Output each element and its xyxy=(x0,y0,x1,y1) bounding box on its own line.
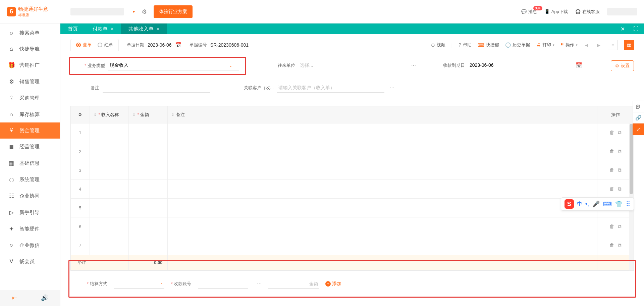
close-all-icon[interactable]: ✕ xyxy=(617,23,628,34)
trial-button[interactable]: 体验行业方案 xyxy=(154,5,193,18)
messages-link[interactable]: 💬 消息 99+ xyxy=(521,9,537,15)
cell-amount[interactable] xyxy=(128,123,167,142)
settle-method-input[interactable] xyxy=(114,279,164,289)
link-cust-input[interactable] xyxy=(277,83,384,93)
cell-amount[interactable] xyxy=(128,180,167,198)
rail-link-icon[interactable]: 🔗 xyxy=(633,112,644,123)
sidebar-item-hardware[interactable]: ✦智能硬件 xyxy=(0,221,60,237)
chevron-down-icon[interactable]: ⌄ xyxy=(229,63,232,68)
more-icon[interactable]: ⋯ xyxy=(411,63,416,68)
help-button[interactable]: ?帮助 xyxy=(459,42,472,48)
cell-amount[interactable] xyxy=(128,236,167,255)
customer-service-link[interactable]: 🎧 在线客服 xyxy=(575,9,600,15)
ime-mic-icon[interactable]: 🎤 xyxy=(592,200,600,208)
sidebar-item-inventory[interactable]: ⌂库存核算 xyxy=(0,106,60,122)
fullscreen-icon[interactable]: ⛶ xyxy=(631,23,641,34)
cell-income-name[interactable] xyxy=(90,161,128,180)
cell-income-name[interactable] xyxy=(90,236,128,255)
cell-note[interactable] xyxy=(167,123,597,142)
prev-doc-icon[interactable]: ◀ xyxy=(584,43,590,48)
radio-red[interactable]: 红单 xyxy=(98,42,113,48)
view-list-icon[interactable]: ≡ xyxy=(608,40,618,50)
sidebar-item-system[interactable]: ◌系统管理 xyxy=(0,171,60,188)
cell-amount[interactable] xyxy=(128,217,167,236)
cell-note[interactable] xyxy=(167,161,597,180)
cell-note[interactable] xyxy=(167,142,597,161)
next-doc-icon[interactable]: ▶ xyxy=(596,43,602,48)
table-row[interactable]: 1🗑⧉ xyxy=(71,123,634,142)
sidebar-item-coop[interactable]: ☷企业协同 xyxy=(0,188,60,204)
cell-note[interactable] xyxy=(167,198,597,217)
remark-input[interactable] xyxy=(103,83,210,93)
settings-button[interactable]: ⚙设置 xyxy=(611,60,634,71)
sidebar-item-funds[interactable]: ¥资金管理 xyxy=(0,122,60,139)
copy-row-icon[interactable]: ⧉ xyxy=(618,130,622,136)
more-icon[interactable]: ⋯ xyxy=(257,281,262,287)
cell-note[interactable] xyxy=(167,217,597,236)
sidebar-item-sales[interactable]: ⚙销售管理 xyxy=(0,73,60,90)
video-button[interactable]: ⊙视频 xyxy=(431,42,445,48)
radio-blue[interactable]: 蓝单 xyxy=(76,42,92,48)
cell-amount[interactable] xyxy=(128,142,167,161)
copy-row-icon[interactable]: ⧉ xyxy=(618,186,622,192)
tab-other-income[interactable]: 其他收入单✕ xyxy=(121,23,167,34)
gear-icon[interactable]: ⚙ xyxy=(142,8,147,15)
due-input[interactable] xyxy=(468,60,569,70)
table-row[interactable]: 5🗑⧉ xyxy=(71,198,634,217)
copy-row-icon[interactable]: ⧉ xyxy=(618,167,622,173)
party-input[interactable] xyxy=(299,60,406,70)
sidebar-item-wechat[interactable]: ○企业微信 xyxy=(0,237,60,253)
close-icon[interactable]: ✕ xyxy=(156,27,160,31)
ime-keyboard-icon[interactable]: ⌨ xyxy=(603,200,612,208)
close-icon[interactable]: ✕ xyxy=(110,27,114,31)
sidebar-item-purchase[interactable]: ⇪采购管理 xyxy=(0,90,60,106)
scrollbar[interactable] xyxy=(629,123,634,270)
ops-button[interactable]: ⠿操作▾ xyxy=(560,42,578,48)
delete-row-icon[interactable]: 🗑 xyxy=(609,242,614,248)
delete-row-icon[interactable]: 🗑 xyxy=(609,223,614,229)
settle-amount-input[interactable] xyxy=(268,279,319,289)
delete-row-icon[interactable]: 🗑 xyxy=(609,186,614,192)
add-row-button[interactable]: +添加 xyxy=(325,281,341,287)
delete-row-icon[interactable]: 🗑 xyxy=(609,148,614,154)
table-row[interactable]: 3🗑⧉ xyxy=(71,161,634,180)
th-amount[interactable]: ▲▼金额 xyxy=(128,106,167,123)
ime-menu-icon[interactable]: ⠿ xyxy=(626,200,630,208)
cell-income-name[interactable] xyxy=(90,198,128,217)
view-tile-icon[interactable]: ▦ xyxy=(624,40,634,50)
sidebar-item-guide[interactable]: ▷新手引导 xyxy=(0,204,60,221)
cell-amount[interactable] xyxy=(128,198,167,217)
sidebar-item-search-menu[interactable]: ⌕搜索菜单 xyxy=(0,25,60,41)
ime-skin-icon[interactable]: 👕 xyxy=(615,200,623,208)
cell-amount[interactable] xyxy=(128,161,167,180)
cell-income-name[interactable] xyxy=(90,142,128,161)
company-selector[interactable]: ▾ xyxy=(70,8,142,15)
calendar-icon[interactable]: 📅 xyxy=(576,62,582,68)
chevron-down-icon[interactable]: ⌄ xyxy=(160,280,163,285)
sidebar-item-operation[interactable]: ≣经营管理 xyxy=(0,139,60,155)
ime-toolbar[interactable]: S 中 •, 🎤 ⌨ 👕 ⠿ xyxy=(561,197,634,211)
sound-icon[interactable]: 🔊 xyxy=(41,294,48,302)
ime-lang[interactable]: 中 xyxy=(577,201,582,207)
tab-payment[interactable]: 付款单✕ xyxy=(85,23,121,34)
sidebar-item-basic[interactable]: ▦基础信息 xyxy=(0,155,60,171)
th-note[interactable]: ▲▼备注 xyxy=(167,106,597,123)
sidebar-item-marketing[interactable]: 🎁营销推广 xyxy=(0,57,60,73)
copy-row-icon[interactable]: ⧉ xyxy=(618,242,622,248)
tab-home[interactable]: 首页 xyxy=(60,23,85,34)
print-button[interactable]: 🖨打印▾ xyxy=(536,42,554,48)
copy-row-icon[interactable]: ⧉ xyxy=(618,223,622,230)
cell-income-name[interactable] xyxy=(90,123,128,142)
table-row[interactable]: 4🗑⧉ xyxy=(71,180,634,198)
app-download-link[interactable]: 📱 App下载 xyxy=(544,9,568,15)
rail-expand-icon[interactable]: ⤢ xyxy=(633,123,644,135)
th-gear[interactable]: ⚙ xyxy=(71,106,90,123)
cell-note[interactable] xyxy=(167,180,597,198)
copy-row-icon[interactable]: ⧉ xyxy=(618,148,622,154)
delete-row-icon[interactable]: 🗑 xyxy=(609,130,614,135)
cell-income-name[interactable] xyxy=(90,217,128,236)
th-income-name[interactable]: ▲▼收入名称 xyxy=(90,106,128,123)
table-row[interactable]: 6🗑⧉ xyxy=(71,217,634,236)
rail-note-icon[interactable]: 🗐 xyxy=(633,101,644,112)
cell-note[interactable] xyxy=(167,236,597,255)
